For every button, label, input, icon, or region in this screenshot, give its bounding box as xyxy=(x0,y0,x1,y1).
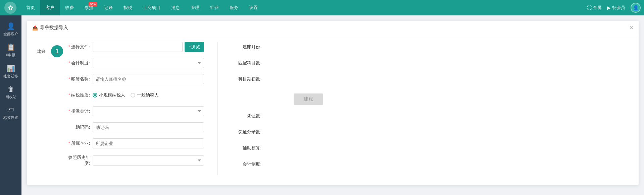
accountant-label: 指派会计: xyxy=(63,108,90,114)
helper-code-label: 助记码: xyxy=(63,124,90,130)
accountant-wrap xyxy=(93,106,204,116)
company-label: 所属企业: xyxy=(63,140,90,146)
fullscreen-icon: ⛶ xyxy=(587,5,592,10)
dialog-body: 建账 1 选择文件: xyxy=(27,35,639,182)
nav-item-admin[interactable]: 管理 xyxy=(185,0,205,15)
voucher-entries-row: 凭证分录数: xyxy=(231,127,365,137)
users-icon: 👤 xyxy=(7,22,15,30)
play-icon: ▶ xyxy=(607,5,611,10)
content-area: 📤 导爷数据导入 × 建账 1 xyxy=(21,15,644,195)
nav-item-tax[interactable]: 报税 xyxy=(118,0,138,15)
ledger-name-input[interactable] xyxy=(93,74,204,84)
main-layout: 👤 全部客户 📋 0申报 📊 账套迁移 🗑 回收站 🏷 标签设置 📤 导 xyxy=(0,15,644,195)
nav-item-home[interactable]: 首页 xyxy=(21,0,40,15)
sidebar-item-declaration[interactable]: 📋 0申报 xyxy=(0,40,21,61)
company-row: 所属企业: xyxy=(63,138,204,148)
reference-year-label: 参照历史年度: xyxy=(63,154,90,167)
nav-item-operation[interactable]: 经营 xyxy=(205,0,224,15)
nav-right: ⛶ 全屏 ▶ 畅会员 👤 xyxy=(587,3,641,13)
step-area: 建账 1 xyxy=(37,45,63,175)
form-container: 选择文件: +浏览 会计制度: xyxy=(63,42,629,175)
accounting-system-row: 会计制度: xyxy=(63,58,204,68)
sidebar-item-recycle[interactable]: 🗑 回收站 xyxy=(0,82,21,103)
file-label: 选择文件: xyxy=(63,44,90,50)
subject-initial-row: 科目期初数: xyxy=(231,74,365,84)
tag-icon: 🏷 xyxy=(7,106,14,114)
dialog-title: 📤 导爷数据导入 xyxy=(32,25,68,31)
avatar-icon: 👤 xyxy=(633,5,639,10)
auxiliary-label: 辅助核算: xyxy=(231,145,261,151)
radio-dot-unchecked xyxy=(131,93,135,97)
declaration-icon: 📋 xyxy=(7,43,15,51)
radio-small-taxpayer[interactable]: 小规模纳税人 xyxy=(93,92,125,98)
member-btn[interactable]: ▶ 畅会员 xyxy=(607,5,625,11)
voucher-entries-label: 凭证分录数: xyxy=(231,129,261,135)
auxiliary-row: 辅助核算: xyxy=(231,143,365,153)
file-input-wrap: +浏览 xyxy=(93,42,204,52)
tax-nature-wrap: 小规模纳税人 一般纳税人 xyxy=(93,90,204,100)
close-button[interactable]: × xyxy=(630,25,633,31)
sidebar-item-all-customers[interactable]: 👤 全部客户 xyxy=(0,19,21,40)
company-input[interactable] xyxy=(93,138,204,148)
helper-code-wrap xyxy=(93,122,204,132)
ledger-name-wrap xyxy=(93,74,204,84)
nav-item-industry[interactable]: 工商项目 xyxy=(138,0,166,15)
ledger-name-row: 账簿名称: xyxy=(63,74,204,84)
reference-year-wrap xyxy=(93,155,204,166)
form-divider xyxy=(217,42,218,175)
nav-items: 首页 客户 收费 票据 new 记账 报税 工商项目 消息 管理 经营 xyxy=(21,0,587,15)
helper-code-row: 助记码: xyxy=(63,122,204,132)
accounting-system-wrap xyxy=(93,58,204,68)
top-navigation: ✿ 首页 客户 收费 票据 new 记账 报税 工商项目 消息 管理 xyxy=(0,0,644,15)
fullscreen-btn[interactable]: ⛶ 全屏 xyxy=(587,5,602,11)
ledger-name-label: 账簿名称: xyxy=(63,76,90,82)
new-badge: new xyxy=(89,2,97,6)
voucher-count-row: 凭证数: xyxy=(231,111,365,121)
nav-item-message[interactable]: 消息 xyxy=(166,0,185,15)
dialog-header: 📤 导爷数据导入 × xyxy=(27,21,639,35)
browse-button[interactable]: +浏览 xyxy=(185,42,204,52)
migration-icon: 📊 xyxy=(7,64,15,72)
step-label: 建账 xyxy=(37,49,46,55)
dialog-card: 📤 导爷数据导入 × 建账 1 xyxy=(27,21,639,185)
nav-item-customer[interactable]: 客户 xyxy=(40,0,60,15)
match-subjects-row: 匹配科目数: xyxy=(231,58,365,68)
subject-initial-label: 科目期初数: xyxy=(231,76,261,82)
build-account-button[interactable]: 建账 xyxy=(294,93,323,105)
helper-code-input[interactable] xyxy=(93,122,204,132)
file-row: 选择文件: +浏览 xyxy=(63,42,204,52)
form-left: 选择文件: +浏览 会计制度: xyxy=(63,42,204,175)
avatar[interactable]: 👤 xyxy=(631,3,641,13)
app-logo[interactable]: ✿ xyxy=(3,1,17,15)
tax-nature-row: 纳税性质: 小规模纳税人 一般纳税人 xyxy=(63,90,204,100)
import-icon: 📤 xyxy=(32,25,38,30)
nav-item-invoice[interactable]: 票据 new xyxy=(79,0,99,15)
accountant-select[interactable] xyxy=(93,106,204,116)
radio-dot-checked xyxy=(93,93,97,97)
file-text-input[interactable] xyxy=(93,42,183,52)
tax-nature-label: 纳税性质: xyxy=(63,92,90,98)
reference-year-select[interactable] xyxy=(93,155,204,166)
accounting-system-label: 会计制度: xyxy=(63,60,90,66)
recycle-icon: 🗑 xyxy=(7,85,14,93)
accounting-system-select[interactable] xyxy=(93,58,204,68)
company-wrap xyxy=(93,138,204,148)
form-right: 建账月份: 匹配科目数: 科目期初数: xyxy=(231,42,365,175)
build-month-label: 建账月份: xyxy=(231,44,261,50)
build-btn-row: 建账 xyxy=(251,90,365,105)
radio-general-taxpayer[interactable]: 一般纳税人 xyxy=(131,92,159,98)
sidebar-item-tag-settings[interactable]: 🏷 标签设置 xyxy=(0,103,21,124)
step-circle: 1 xyxy=(51,45,63,57)
voucher-count-label: 凭证数: xyxy=(231,113,261,119)
nav-item-billing[interactable]: 收费 xyxy=(60,0,79,15)
logo-icon: ✿ xyxy=(4,2,16,14)
nav-item-account[interactable]: 记账 xyxy=(99,0,118,15)
nav-item-service[interactable]: 服务 xyxy=(224,0,244,15)
sidebar: 👤 全部客户 📋 0申报 📊 账套迁移 🗑 回收站 🏷 标签设置 xyxy=(0,15,21,195)
build-month-row: 建账月份: xyxy=(231,42,365,52)
nav-item-settings[interactable]: 设置 xyxy=(244,0,263,15)
sidebar-item-account-migration[interactable]: 📊 账套迁移 xyxy=(0,61,21,82)
accountant-row: 指派会计: xyxy=(63,106,204,116)
tax-radio-group: 小规模纳税人 一般纳税人 xyxy=(93,90,204,100)
accounting-system2-row: 会计制度: xyxy=(231,159,365,169)
